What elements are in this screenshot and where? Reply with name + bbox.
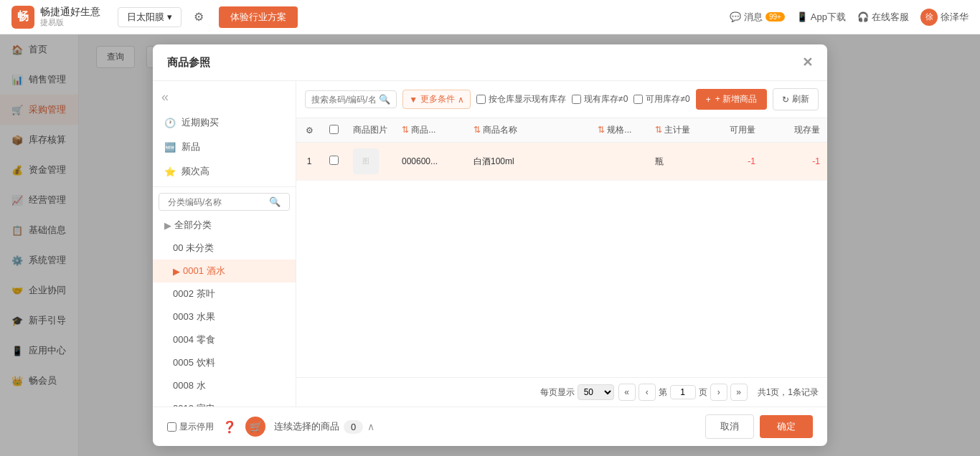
- col-spec-header[interactable]: ⇅ 规格...: [590, 118, 648, 143]
- pagination: 每页显示 50 10 20 100 « ‹ 第 页: [296, 377, 827, 407]
- filter-icon: ▼: [409, 95, 418, 105]
- confirm-btn[interactable]: 确定: [760, 415, 813, 438]
- filter-stock-checkbox[interactable]: [572, 95, 581, 104]
- category-liquor[interactable]: ▶ 0001 酒水: [153, 260, 296, 282]
- logo-sub: 捷易版: [40, 17, 100, 28]
- cancel-btn[interactable]: 取消: [705, 414, 754, 439]
- modal-overlay: 商品参照 ✕ « 🕐 近期购买 🆕 新品 ⭐: [0, 34, 980, 456]
- experience-btn[interactable]: 体验行业方案: [219, 6, 298, 28]
- col-settings[interactable]: ⚙: [296, 118, 322, 143]
- show-disabled-checkbox: 显示停用: [167, 421, 214, 433]
- filter-available-nonzero: 可用库存≠0: [633, 93, 689, 105]
- phone-icon: 📱: [796, 11, 808, 22]
- category-search-box: 🔍: [159, 193, 290, 211]
- refresh-btn[interactable]: ↻ 刷新: [773, 88, 819, 110]
- category-all[interactable]: ▶ 全部分类: [153, 214, 296, 237]
- nav-new-product[interactable]: 🆕 新品: [153, 135, 296, 159]
- left-divider: [153, 186, 296, 187]
- clock-icon: 🕐: [164, 118, 176, 128]
- col-check: [322, 118, 346, 143]
- category-water[interactable]: 0008 水: [153, 374, 296, 397]
- nav-app[interactable]: 📱 App下载: [796, 11, 846, 24]
- nav-msg[interactable]: 💬 消息 99+: [730, 11, 785, 24]
- nav-selector-text: 日太阳膜: [127, 11, 164, 24]
- col-code-header[interactable]: ⇅ 商品...: [395, 118, 466, 143]
- table-row[interactable]: 1 图 000600...: [296, 143, 827, 181]
- page-last-btn[interactable]: »: [730, 384, 748, 401]
- col-name-header[interactable]: ⇅ 商品名称: [466, 118, 590, 143]
- category-unclassified[interactable]: 00 未分类: [153, 237, 296, 260]
- filter-stock-nonzero: 现有库存≠0: [572, 93, 628, 105]
- cart-icon[interactable]: 🛒: [245, 417, 265, 437]
- sort-spec-icon: ⇅: [598, 125, 605, 135]
- page-number-input[interactable]: [670, 385, 696, 399]
- row-name: 白酒100ml: [466, 143, 590, 181]
- page-first-btn[interactable]: «: [618, 384, 636, 401]
- star-icon: ⭐: [164, 166, 176, 177]
- collapse-footer-icon[interactable]: ∧: [367, 421, 374, 432]
- chevron-up-icon: ∧: [458, 95, 464, 105]
- left-panel-top: «: [153, 87, 296, 110]
- nav-recent-purchase[interactable]: 🕐 近期购买: [153, 110, 296, 135]
- modal-close-btn[interactable]: ✕: [802, 54, 813, 70]
- consecutive-select-area: 连续选择的商品 0 ∧: [274, 420, 374, 434]
- page-info: 共1页，1条记录: [758, 386, 819, 399]
- nav-selector[interactable]: 日太阳膜 ▾: [118, 7, 182, 27]
- page-prev-btn[interactable]: ‹: [639, 384, 656, 401]
- category-fruit[interactable]: 0003 水果: [153, 305, 296, 328]
- sort-icon: ⇅: [402, 125, 409, 135]
- show-disabled-input[interactable]: [167, 422, 176, 432]
- product-reference-modal: 商品参照 ✕ « 🕐 近期购买 🆕 新品 ⭐: [153, 44, 827, 446]
- row-img-cell: 图: [346, 143, 395, 181]
- page-next-btn[interactable]: ›: [710, 384, 727, 401]
- nav-service[interactable]: 🎧 在线客服: [857, 11, 909, 24]
- left-panel: « 🕐 近期购买 🆕 新品 ⭐ 频次高 🔍: [153, 81, 296, 407]
- row-checkbox[interactable]: [329, 156, 339, 165]
- product-search-box: 🔍: [305, 90, 397, 108]
- product-table-area: ⚙ 商品图片 ⇅ 商品...: [296, 118, 827, 377]
- filter-available-checkbox[interactable]: [633, 95, 643, 104]
- col-img-header: 商品图片: [346, 118, 395, 143]
- row-unit: 瓶: [648, 143, 698, 181]
- new-icon: 🆕: [164, 142, 176, 153]
- active-expand-icon: ▶: [173, 266, 180, 277]
- selected-count-badge: 0: [344, 420, 363, 434]
- product-search-input[interactable]: [311, 95, 376, 105]
- top-nav: 畅 畅捷通好生意 捷易版 日太阳膜 ▾ ⚙ 体验行业方案 💬 消息 99+ 📱 …: [0, 0, 980, 34]
- more-filter-btn[interactable]: ▼ 更多条件 ∧: [402, 90, 471, 109]
- page-navigation: « ‹ 第 页 › »: [618, 384, 748, 401]
- sort-unit-icon: ⇅: [655, 125, 662, 135]
- gear-icon[interactable]: ⚙: [187, 6, 210, 29]
- category-drink[interactable]: 0005 饮料: [153, 351, 296, 374]
- select-all-checkbox[interactable]: [329, 125, 339, 134]
- filter-by-warehouse: 按仓库显示现有库存: [476, 93, 566, 105]
- product-image: 图: [353, 148, 379, 174]
- plus-icon: +: [706, 95, 711, 105]
- search-icon: 🔍: [269, 196, 281, 207]
- nav-high-frequency[interactable]: ⭐ 频次高: [153, 159, 296, 184]
- msg-badge: 99+: [765, 12, 785, 22]
- add-product-btn[interactable]: + + 新增商品: [696, 89, 767, 110]
- category-search-input[interactable]: [168, 197, 266, 207]
- footer-actions: 取消 确定: [705, 414, 813, 439]
- help-icon[interactable]: ❓: [222, 420, 237, 434]
- nav-user[interactable]: 徐 徐泽华: [920, 9, 969, 26]
- row-stock: -1: [763, 143, 827, 181]
- col-unit-header[interactable]: ⇅ 主计量: [648, 118, 698, 143]
- filter-warehouse-checkbox[interactable]: [476, 95, 486, 104]
- category-tea[interactable]: 0002 茶叶: [153, 282, 296, 305]
- modal-footer: 显示停用 ❓ 🛒 连续选择的商品 0 ∧ 取消 确定: [153, 407, 827, 446]
- right-panel: 🔍 ▼ 更多条件 ∧ 按仓库显示现有库存 现有库存≠0: [296, 81, 827, 407]
- row-checkbox-cell: [322, 143, 346, 181]
- modal-body: « 🕐 近期购买 🆕 新品 ⭐ 频次高 🔍: [153, 81, 827, 407]
- logo-area: 畅 畅捷通好生意 捷易版: [11, 6, 100, 29]
- refresh-icon: ↻: [782, 95, 789, 105]
- page-size-select[interactable]: 50 10 20 100: [578, 384, 614, 400]
- collapse-panel-icon[interactable]: «: [161, 90, 169, 105]
- category-appliance[interactable]: 0010 家电: [153, 397, 296, 407]
- table-toolbar: 🔍 ▼ 更多条件 ∧ 按仓库显示现有库存 现有库存≠0: [296, 81, 827, 118]
- product-table: ⚙ 商品图片 ⇅ 商品...: [296, 118, 827, 181]
- category-snack[interactable]: 0004 零食: [153, 328, 296, 351]
- chevron-down-icon: ▾: [167, 11, 172, 22]
- expand-icon: ▶: [164, 220, 171, 231]
